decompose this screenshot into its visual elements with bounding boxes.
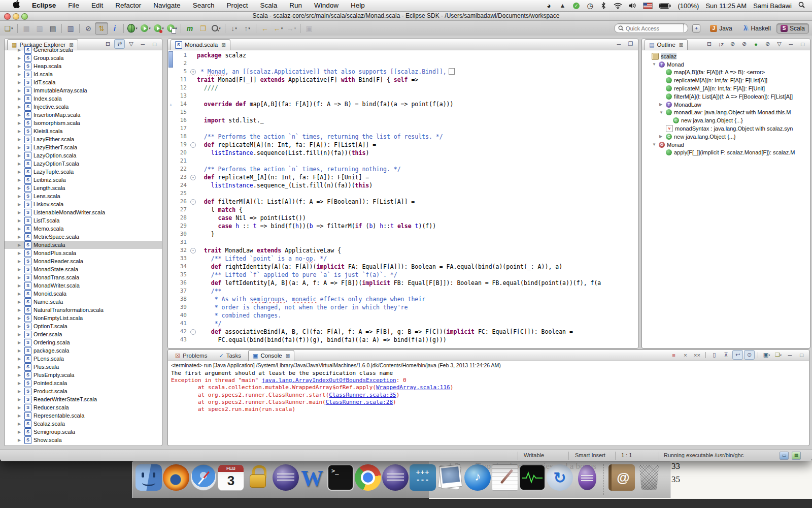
expander-icon[interactable]: ▶	[18, 80, 22, 85]
run-coverage-button[interactable]: ▾	[152, 22, 165, 35]
window-titlebar[interactable]: Scala - scalaz-core/src/main/scala/scala…	[0, 11, 812, 21]
file-generator-scala[interactable]: ▶SGenerator.scala	[5, 46, 162, 54]
expander-icon[interactable]: ▶	[18, 202, 22, 207]
fold-collapse-icon[interactable]: -	[190, 329, 196, 335]
menu-search[interactable]: Search	[187, 0, 221, 11]
file-monadstate-scala[interactable]: ▶SMonadState.scala	[5, 265, 162, 273]
folded-region-icon[interactable]	[449, 68, 455, 75]
file-idt-scala[interactable]: ▶SIdT.scala	[5, 78, 162, 86]
file-show-scala[interactable]: ▶SShow.scala	[5, 436, 162, 444]
file-monad-scala[interactable]: ▶SMonad.scala	[5, 241, 162, 249]
fold-collapse-icon[interactable]: -	[190, 175, 196, 180]
code-line[interactable]: 33 /** Lifted `point` is a no-op. */	[168, 255, 638, 263]
console-minimize-icon[interactable]: ─	[785, 350, 795, 360]
expander-icon[interactable]: ▶	[18, 340, 22, 345]
file-insertionmap-scala[interactable]: ▶SInsertionMap.scala	[5, 111, 162, 119]
file-isomorphism-scala[interactable]: ▶SIsomorphism.scala	[5, 119, 162, 127]
outline-item[interactable]: vmonadSyntax : java.lang.Object with sca…	[642, 124, 810, 133]
file-id-scala[interactable]: ▶SId.scala	[5, 70, 162, 78]
expander-icon[interactable]: ▶	[18, 145, 22, 150]
file-nonemptylist-scala[interactable]: ▶SNonEmptyList.scala	[5, 314, 162, 322]
stack-trace-link[interactable]: WrappedArray.scala:116	[376, 384, 450, 391]
outline-item[interactable]: filterM[A](l: List[A])(f: A => F[Boolean…	[642, 92, 810, 101]
file-lazyeither-scala[interactable]: ▶SLazyEither.scala	[5, 135, 162, 143]
code-line[interactable]: 29 case h :: t => bind(f(h))(b => filter…	[168, 222, 638, 230]
new-scala-project-button[interactable]: ▥	[64, 22, 77, 35]
fold-marker[interactable]: -	[189, 246, 197, 255]
tab-console[interactable]: ▣Console⊠	[248, 350, 294, 361]
outline-hide-local-types-icon[interactable]: ⊘	[762, 39, 773, 49]
outline-item[interactable]: ▼OMonad	[642, 141, 810, 149]
dock-icon-keychain[interactable]	[245, 464, 272, 491]
fold-marker[interactable]: -	[189, 141, 197, 149]
code-line[interactable]: 18 /** Performs the action `n` times, re…	[168, 133, 638, 141]
fold-collapse-icon[interactable]: -	[190, 248, 196, 253]
expander-icon[interactable]: ▼	[652, 62, 657, 67]
tab-monad-scala[interactable]: S Monad.scala ⊠	[171, 39, 230, 50]
expander-icon[interactable]: ▶	[18, 153, 22, 158]
outline-minimize-icon[interactable]: ─	[786, 39, 796, 49]
dock-icon-textedit[interactable]	[492, 464, 518, 491]
file-plus-scala[interactable]: ▶SPlus.scala	[5, 363, 162, 371]
code-line[interactable]: 19- def replicateM[A](n: Int, fa: F[A]):…	[168, 141, 638, 149]
file-order-scala[interactable]: ▶SOrder.scala	[5, 330, 162, 338]
code-line[interactable]: 22 /** Performs the action `n` times, re…	[168, 165, 638, 173]
dock-icon-calendar[interactable]: FEB3	[218, 464, 244, 491]
console-job-icon[interactable]: ▭	[780, 452, 789, 460]
expander-icon[interactable]: ▶	[18, 300, 22, 304]
code-line[interactable]: 38 * As with semigroups, monadic effects…	[168, 295, 638, 303]
file-lazytuple-scala[interactable]: ▶SLazyTuple.scala	[5, 168, 162, 176]
console-output[interactable]: The first argument should at least be th…	[168, 370, 809, 446]
menu-window[interactable]: Window	[308, 0, 345, 11]
time-machine-icon[interactable]: ◷	[586, 1, 593, 10]
file-listt-scala[interactable]: ▶SListT.scala	[5, 216, 162, 225]
dock-icon-photos[interactable]	[437, 464, 463, 491]
expander-icon[interactable]: ▶	[18, 251, 22, 256]
progress-job-icon[interactable]: ▦	[792, 452, 801, 460]
file-lazyeithert-scala[interactable]: ▶SLazyEitherT.scala	[5, 143, 162, 151]
run-history-button[interactable]: ▾	[165, 22, 179, 35]
outline-hide-fields-icon[interactable]: ⊘	[727, 39, 738, 49]
code-line[interactable]: 27 l match {	[168, 206, 638, 214]
code-line[interactable]: 36 def leftIdentity[A, B](a: A, f: A => …	[168, 279, 638, 287]
dock-icon-activity-monitor[interactable]	[519, 464, 546, 491]
open-element-button[interactable]: ❐	[196, 22, 210, 35]
outline-sort-icon[interactable]: ↓z	[716, 39, 726, 49]
outline-hide-static-icon[interactable]: ⊘	[739, 39, 750, 49]
outline-hide-non-public-icon[interactable]: ●	[751, 39, 761, 49]
code-line[interactable]: 12 ////	[168, 84, 638, 92]
code-line[interactable]: 24 listInstance.sequence_(List.fill(n)(f…	[168, 181, 638, 189]
code-line[interactable]: 25	[168, 189, 638, 198]
fold-marker[interactable]: -	[189, 328, 197, 336]
expander-icon[interactable]: ▶	[18, 422, 22, 426]
expander-icon[interactable]: ▶	[18, 381, 22, 386]
fold-marker[interactable]: -	[189, 198, 197, 206]
file-kleisli-scala[interactable]: ▶SKleisli.scala	[5, 127, 162, 135]
wifi-icon[interactable]	[614, 1, 622, 10]
code-line[interactable]: 40 * combined changes.	[168, 311, 638, 320]
expander-icon[interactable]: ▶	[18, 105, 22, 109]
file-reducer-scala[interactable]: ▶SReducer.scala	[5, 403, 162, 411]
file-group-scala[interactable]: ▶SGroup.scala	[5, 54, 162, 62]
file-monoid-scala[interactable]: ▶SMonoid.scala	[5, 290, 162, 298]
maximize-editor-icon[interactable]: ❐	[625, 39, 636, 49]
file-optiont-scala[interactable]: ▶SOptionT.scala	[5, 322, 162, 330]
print-button[interactable]: ▤	[46, 22, 59, 35]
code-line[interactable]: 37 /**	[168, 287, 638, 295]
file-injective-scala[interactable]: ▶SInjective.scala	[5, 103, 162, 111]
console-maximize-icon[interactable]: □	[796, 350, 807, 360]
perspective-haskell[interactable]: λHaskell	[738, 23, 775, 34]
maven-button[interactable]: m	[183, 22, 196, 35]
expander-icon[interactable]: ▶	[18, 389, 22, 394]
console-scroll-lock-icon[interactable]: ⊼	[721, 350, 731, 360]
outline-item[interactable]: ▼TMonad	[642, 60, 810, 69]
dock-icon-finder[interactable]	[136, 464, 162, 491]
expander-icon[interactable]: ▶	[18, 170, 22, 174]
code-line[interactable]: 23- def replicateM_[A](n: Int, fa: F[A])…	[168, 173, 638, 181]
perspective-java[interactable]: JJava	[706, 23, 736, 34]
code-line[interactable]: ▵14 override def map[A,B](fa: F[A])(f: A…	[168, 100, 638, 108]
menu-scala[interactable]: Scala	[254, 0, 283, 11]
code-line[interactable]: 26- def filterM[A](l: List[A])(f: A => F…	[168, 198, 638, 206]
expander-icon[interactable]: ▶	[18, 397, 22, 402]
file-length-scala[interactable]: ▶SLength.scala	[5, 184, 162, 192]
